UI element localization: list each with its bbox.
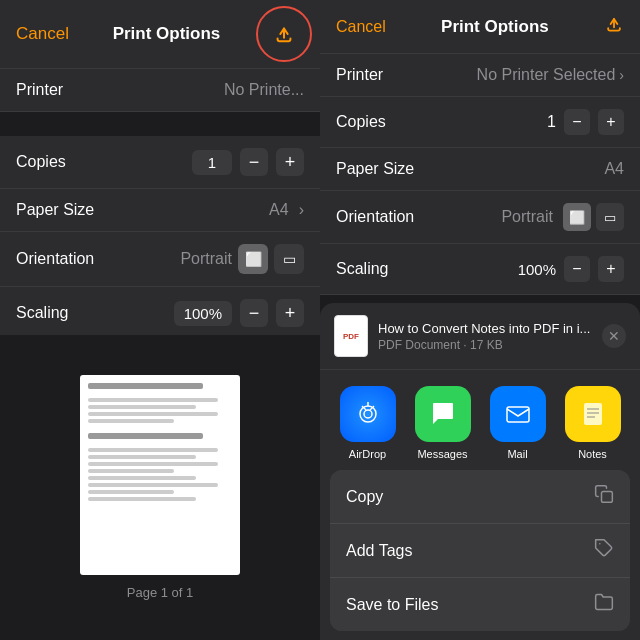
preview-line-6 xyxy=(88,455,196,459)
right-orientation-controls: Portrait ⬜ ▭ xyxy=(501,203,624,231)
left-scaling-minus[interactable]: − xyxy=(240,299,268,327)
app-item-mail: Mail xyxy=(490,386,546,460)
copy-action-row[interactable]: Copy xyxy=(330,470,630,524)
share-circle-highlight xyxy=(256,6,312,62)
left-preview-area: Page 1 of 1 xyxy=(0,335,320,641)
preview-title-line xyxy=(88,383,203,389)
preview-line-1 xyxy=(88,398,218,402)
right-copies-plus[interactable]: + xyxy=(598,109,624,135)
right-settings-rows: Printer No Printer Selected › Copies 1 −… xyxy=(320,54,640,295)
preview-line-4 xyxy=(88,419,174,423)
section-gap-1 xyxy=(0,112,320,136)
copy-action-icon xyxy=(594,484,614,509)
svg-point-3 xyxy=(364,410,372,418)
left-landscape-button[interactable]: ▭ xyxy=(274,244,304,274)
left-cancel-button[interactable]: Cancel xyxy=(16,24,69,44)
share-sheet: PDF How to Convert Notes into PDF in i..… xyxy=(320,303,640,640)
left-scaling-value: 100% xyxy=(174,301,232,326)
left-orientation-controls: Portrait ⬜ ▭ xyxy=(180,244,304,274)
share-button-wrapper xyxy=(264,14,304,54)
airdrop-label: AirDrop xyxy=(349,448,386,460)
left-paper-size-row[interactable]: Paper Size A4 › xyxy=(0,189,320,232)
right-orientation-label: Orientation xyxy=(336,208,414,226)
copy-action-label: Copy xyxy=(346,488,383,506)
right-orientation-row: Orientation Portrait ⬜ ▭ xyxy=(320,191,640,244)
share-file-text: How to Convert Notes into PDF in i... PD… xyxy=(378,321,590,352)
messages-icon[interactable] xyxy=(415,386,471,442)
share-action-rows: Copy Add Tags Save to xyxy=(330,470,630,631)
left-scaling-plus[interactable]: + xyxy=(276,299,304,327)
preview-line-2 xyxy=(88,405,196,409)
left-portrait-button[interactable]: ⬜ xyxy=(238,244,268,274)
right-copies-stepper: 1 − + xyxy=(547,109,624,135)
add-tags-action-row[interactable]: Add Tags xyxy=(330,524,630,578)
add-tags-action-label: Add Tags xyxy=(346,542,412,560)
notes-icon[interactable] xyxy=(565,386,621,442)
right-printer-value: No Printer Selected xyxy=(477,66,616,84)
left-paper-size-label: Paper Size xyxy=(16,201,94,219)
right-paper-size-value: A4 xyxy=(604,160,624,178)
mail-icon[interactable] xyxy=(490,386,546,442)
right-orientation-value: Portrait xyxy=(501,208,553,226)
preview-line-7 xyxy=(88,462,218,466)
left-paper-size-value: A4 xyxy=(269,201,289,219)
left-copies-label: Copies xyxy=(16,153,66,171)
left-orientation-row: Orientation Portrait ⬜ ▭ xyxy=(0,232,320,287)
save-to-files-action-label: Save to Files xyxy=(346,596,438,614)
right-scaling-minus[interactable]: − xyxy=(564,256,590,282)
left-copies-stepper: 1 − + xyxy=(192,148,304,176)
left-panel: Cancel Print Options Printer No Printe..… xyxy=(0,0,320,640)
left-printer-label: Printer xyxy=(16,81,63,99)
right-panel: Cancel Print Options Printer No Printer … xyxy=(320,0,640,640)
right-paper-size-row: Paper Size A4 xyxy=(320,148,640,191)
preview-line-8 xyxy=(88,469,174,473)
left-scaling-label: Scaling xyxy=(16,304,68,322)
svg-rect-10 xyxy=(602,492,613,503)
right-printer-chevron: › xyxy=(619,67,624,83)
save-to-files-action-icon xyxy=(594,592,614,617)
left-orientation-label: Orientation xyxy=(16,250,94,268)
preview-page-label: Page 1 of 1 xyxy=(127,585,194,600)
preview-line-10 xyxy=(88,483,218,487)
preview-line-12 xyxy=(88,497,196,501)
app-item-messages: Messages xyxy=(415,386,471,460)
left-printer-row[interactable]: Printer No Printe... xyxy=(0,69,320,112)
left-copies-plus[interactable]: + xyxy=(276,148,304,176)
left-printer-value: No Printe... xyxy=(224,81,304,99)
right-printer-value-group: No Printer Selected › xyxy=(477,66,624,84)
right-copies-value: 1 xyxy=(547,113,556,131)
right-paper-size-label: Paper Size xyxy=(336,160,414,178)
preview-line-5 xyxy=(88,448,218,452)
mail-label: Mail xyxy=(507,448,527,460)
left-paper-size-right: A4 › xyxy=(269,201,304,219)
right-printer-row[interactable]: Printer No Printer Selected › xyxy=(320,54,640,97)
right-scaling-row: Scaling 100% − + xyxy=(320,244,640,295)
left-orientation-value: Portrait xyxy=(180,250,232,268)
left-header: Cancel Print Options xyxy=(0,0,320,69)
right-scaling-plus[interactable]: + xyxy=(598,256,624,282)
file-icon: PDF xyxy=(334,315,368,357)
right-share-button[interactable] xyxy=(604,14,624,39)
save-to-files-action-row[interactable]: Save to Files xyxy=(330,578,630,631)
right-copies-row: Copies 1 − + xyxy=(320,97,640,148)
app-item-notes: Notes xyxy=(565,386,621,460)
edit-actions-row[interactable]: Edit Actions... xyxy=(320,631,640,640)
right-copies-minus[interactable]: − xyxy=(564,109,590,135)
left-settings-rows: Printer No Printe... Copies 1 − + Paper … xyxy=(0,69,320,335)
left-scaling-stepper: 100% − + xyxy=(174,299,304,327)
right-copies-label: Copies xyxy=(336,113,386,131)
messages-label: Messages xyxy=(417,448,467,460)
left-copies-minus[interactable]: − xyxy=(240,148,268,176)
left-scaling-row: Scaling 100% − + xyxy=(0,287,320,335)
share-apps-row: AirDrop Messages Mail xyxy=(320,370,640,470)
notes-label: Notes xyxy=(578,448,607,460)
right-cancel-button[interactable]: Cancel xyxy=(336,18,386,36)
right-scaling-label: Scaling xyxy=(336,260,388,278)
right-landscape-button[interactable]: ▭ xyxy=(596,203,624,231)
preview-line-9 xyxy=(88,476,196,480)
left-copies-value: 1 xyxy=(192,150,232,175)
svg-rect-6 xyxy=(584,403,602,425)
airdrop-icon[interactable] xyxy=(340,386,396,442)
right-portrait-button[interactable]: ⬜ xyxy=(563,203,591,231)
share-sheet-close-button[interactable]: ✕ xyxy=(602,324,626,348)
